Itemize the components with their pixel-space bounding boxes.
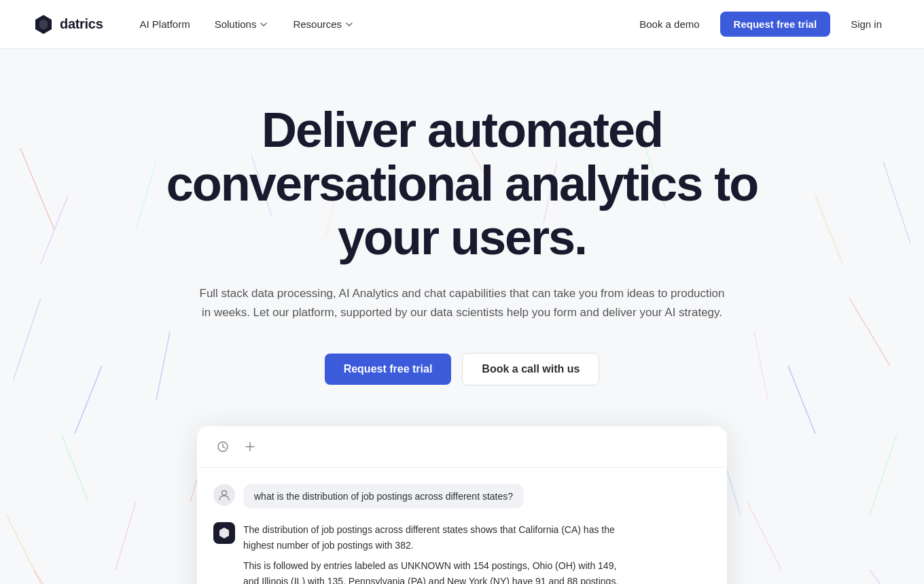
ai-response-text: The distribution of job postings across … xyxy=(243,522,624,584)
nav-links: AI Platform Solutions Resources xyxy=(130,13,630,35)
solutions-chevron-icon xyxy=(259,20,268,29)
nav-ai-platform[interactable]: AI Platform xyxy=(130,13,200,35)
chat-header xyxy=(197,426,727,468)
nav-resources[interactable]: Resources xyxy=(283,13,363,35)
ai-response-line-2: This is followed by entries labeled as U… xyxy=(243,558,624,584)
hero-request-free-trial-button[interactable]: Request free trial xyxy=(325,354,452,385)
chat-user-message: what is the distribution of job postings… xyxy=(213,484,711,509)
user-avatar xyxy=(213,484,235,506)
nav-actions: Book a demo Request free trial Sign in xyxy=(630,12,891,37)
user-message-bubble: what is the distribution of job postings… xyxy=(243,484,524,509)
nav-solutions[interactable]: Solutions xyxy=(205,13,279,35)
hero-section: Deliver automated conversational analyti… xyxy=(0,49,924,584)
logo-icon xyxy=(33,14,54,35)
nav-sign-in-link[interactable]: Sign in xyxy=(841,13,891,35)
svg-point-36 xyxy=(222,491,227,496)
ai-response-line-1: The distribution of job postings across … xyxy=(243,522,624,553)
hero-subtitle: Full stack data processing, AI Analytics… xyxy=(197,284,727,324)
logo-text: datrics xyxy=(60,16,103,32)
navbar: datrics AI Platform Solutions Resources … xyxy=(0,0,924,49)
svg-marker-37 xyxy=(219,528,229,538)
hero-book-call-button[interactable]: Book a call with us xyxy=(462,353,599,385)
hero-content: Deliver automated conversational analyti… xyxy=(33,103,891,584)
chat-history-button[interactable] xyxy=(213,437,232,456)
ai-avatar xyxy=(213,522,235,544)
user-icon xyxy=(218,489,230,501)
resources-chevron-icon xyxy=(344,20,354,29)
hero-title: Deliver automated conversational analyti… xyxy=(156,103,768,265)
chat-new-button[interactable] xyxy=(241,437,260,456)
chat-preview-card: what is the distribution of job postings… xyxy=(197,426,727,584)
history-icon xyxy=(217,441,229,453)
logo-link[interactable]: datrics xyxy=(33,14,103,35)
ai-logo-icon xyxy=(218,527,230,539)
hero-cta-group: Request free trial Book a call with us xyxy=(33,353,891,385)
chat-body: what is the distribution of job postings… xyxy=(197,468,727,584)
nav-book-demo-link[interactable]: Book a demo xyxy=(630,13,709,35)
nav-request-free-trial-button[interactable]: Request free trial xyxy=(720,12,831,37)
plus-icon xyxy=(244,441,256,453)
chat-ai-message: The distribution of job postings across … xyxy=(213,522,711,584)
